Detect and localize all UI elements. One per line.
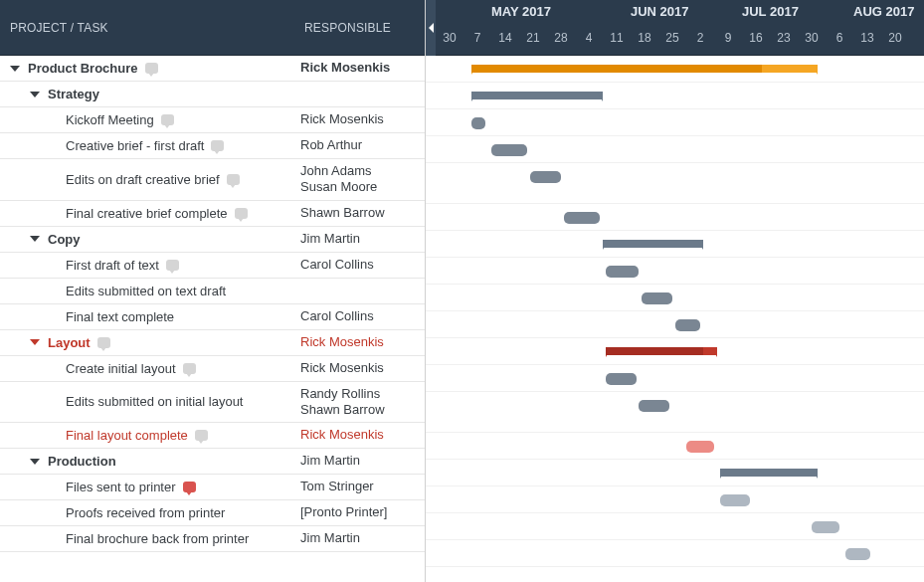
task-row[interactable]: Proofs received from printer[Pronto Prin… [0,500,425,526]
day-label: 23 [770,31,798,45]
task-row[interactable]: Creative brief - first draftRob Arthur [0,133,425,159]
task-row[interactable]: Edits submitted on initial layoutRandy R… [0,382,425,424]
task-bar[interactable] [845,548,870,560]
gantt-row [426,83,924,109]
task-bar[interactable] [606,266,640,278]
task-row[interactable]: Final creative brief completeShawn Barro… [0,201,425,227]
responsible: Rob Arthur [300,137,425,153]
expand-caret-icon[interactable] [30,92,40,97]
task-row[interactable]: First draft of textCarol Collins [0,253,425,279]
gantt-row [426,231,924,258]
responsible: Carol Collins [300,308,425,324]
expand-caret-icon[interactable] [30,459,40,465]
month-label: JUL 2017 [742,4,799,19]
task-row[interactable]: ProductionJim Martin [0,449,425,475]
task-bar[interactable] [530,171,561,183]
task-bar[interactable] [720,494,751,506]
col-header-task: PROJECT / TASK [10,21,304,35]
task-bar[interactable] [686,441,714,453]
responsible: Jim Martin [300,530,425,546]
gantt-row [426,513,924,540]
day-label: 16 [742,31,770,45]
comment-icon[interactable] [183,482,196,492]
day-label: 6 [826,31,853,45]
task-name: Production [48,454,116,469]
task-name: Final text complete [66,309,174,324]
comment-icon[interactable] [227,174,240,185]
day-label: 4 [575,31,603,45]
gantt-grid[interactable] [426,56,924,582]
task-name: Edits submitted on text draft [66,284,226,298]
summary-bar[interactable] [471,65,817,73]
day-label: 21 [519,31,547,45]
gantt-row [426,204,924,231]
gantt-row [426,136,924,163]
task-bar[interactable] [606,373,637,385]
task-bar[interactable] [812,521,839,533]
task-row[interactable]: Edits on draft creative briefJohn AdamsS… [0,159,425,201]
responsible: Rick Mosenkis [300,60,425,76]
summary-bar[interactable] [606,347,717,355]
left-header: PROJECT / TASK RESPONSIBLE [0,0,425,56]
day-label: 14 [491,31,519,45]
responsible: [Pronto Printer] [300,504,425,520]
month-label: MAY 2017 [491,4,551,19]
summary-bar[interactable] [471,92,603,99]
gantt-row [426,285,924,311]
comment-icon[interactable] [235,208,248,219]
task-row[interactable]: Final text completeCarol Collins [0,304,425,330]
task-row[interactable]: Product BrochureRick Mosenkis [0,56,425,82]
summary-bar[interactable] [720,469,818,477]
gantt-row [426,338,924,365]
task-row[interactable]: CopyJim Martin [0,227,425,253]
task-name: Create initial layout [66,361,176,376]
comment-icon[interactable] [166,260,179,271]
responsible: Shawn Barrow [300,205,425,221]
day-label: 2 [686,31,714,45]
task-name: Final creative brief complete [66,206,228,221]
expand-caret-icon[interactable] [30,236,40,242]
expand-caret-icon[interactable] [30,339,40,345]
task-row[interactable]: Final layout completeRick Mosenkis [0,423,425,449]
task-bar[interactable] [675,319,700,331]
day-label: 28 [547,31,575,45]
day-label: 20 [881,31,909,45]
task-bar[interactable] [564,212,600,224]
comment-icon[interactable] [211,140,224,151]
gantt-row [426,56,924,83]
task-row[interactable]: Edits submitted on text draft [0,279,425,304]
task-bar[interactable] [642,292,672,304]
responsible: Rick Mosenkis [300,427,425,443]
task-bar[interactable] [491,144,527,156]
summary-bar[interactable] [603,240,703,248]
comment-icon[interactable] [183,363,196,374]
day-label: 30 [436,31,463,45]
month-label: AUG 2017 [853,4,914,19]
task-name: Product Brochure [28,61,138,76]
gantt-row [426,486,924,513]
task-row[interactable]: Strategy [0,82,425,107]
task-name: First draft of text [66,258,159,273]
comment-icon[interactable] [195,430,208,441]
timeline-header: MAY 2017JUN 2017JUL 2017AUG 2017 3071421… [426,0,924,56]
task-row[interactable]: LayoutRick Mosenkis [0,330,425,356]
responsible: Randy RollinsShawn Barrow [300,386,425,419]
expand-caret-icon[interactable] [10,66,20,72]
month-label: JUN 2017 [631,4,689,19]
comment-icon[interactable] [97,337,110,348]
responsible: Jim Martin [300,453,425,469]
responsible: Carol Collins [300,257,425,273]
comment-icon[interactable] [161,114,174,125]
task-row[interactable]: Final brochure back from printerJim Mart… [0,526,425,552]
task-row[interactable]: Create initial layoutRick Mosenkis [0,356,425,382]
col-header-responsible: RESPONSIBLE [304,21,425,35]
task-row[interactable]: Kickoff MeetingRick Mosenkis [0,107,425,133]
comment-icon[interactable] [145,63,158,74]
task-bar[interactable] [471,117,485,129]
task-bar[interactable] [639,400,669,412]
gantt-row [426,433,924,460]
gantt-row [426,460,924,486]
task-name: Final layout complete [66,428,188,443]
responsible: Jim Martin [300,231,425,247]
task-row[interactable]: Files sent to printerTom Stringer [0,475,425,500]
